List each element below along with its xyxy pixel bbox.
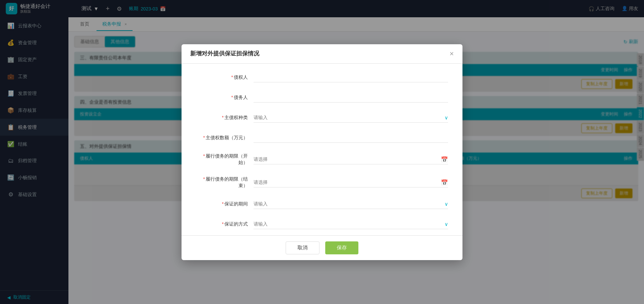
save-button[interactable]: 保存 (325, 241, 358, 254)
form-row-debtor: *债务人 (196, 92, 448, 103)
guarantee-method-select-wrap: ∨ (254, 219, 448, 229)
creditor-label: *债权人 (196, 74, 254, 81)
claim-type-input[interactable] (254, 113, 448, 123)
form-row-period-start: *履行债务的期限（开始） 📅 (196, 153, 448, 166)
form-row-guarantee-period: *保证的期间 ∨ (196, 199, 448, 209)
period-end-label: *履行债务的期限（结束） (196, 176, 254, 189)
cancel-button[interactable]: 取消 (286, 241, 319, 254)
period-end-field: 📅 (254, 177, 448, 187)
claim-type-select-wrap: ∨ (254, 113, 448, 123)
period-start-date-wrap: 📅 (254, 154, 448, 164)
dialog-close-btn[interactable]: × (450, 50, 454, 57)
period-start-input[interactable] (254, 154, 448, 164)
form-row-creditor: *债权人 (196, 72, 448, 82)
guarantee-method-field: ∨ (254, 219, 448, 229)
dialog-footer: 取消 保存 (182, 235, 462, 260)
creditor-input[interactable] (254, 72, 448, 82)
form-row-claim-type: *主债权种类 ∨ (196, 113, 448, 123)
debtor-label: *债务人 (196, 94, 254, 101)
claim-amount-field (254, 133, 448, 143)
period-start-label: *履行债务的期限（开始） (196, 153, 254, 166)
dialog-title: 新增对外提供保证担保情况 (190, 50, 259, 58)
guarantee-method-input[interactable] (254, 219, 448, 229)
dialog-body: *债权人 *债务人 *主债权种类 (182, 64, 462, 235)
dialog-header: 新增对外提供保证担保情况 × (182, 44, 462, 64)
form-row-guarantee-method: *保证的方式 ∨ (196, 219, 448, 229)
dialog: 新增对外提供保证担保情况 × *债权人 *债务人 (182, 44, 462, 260)
claim-amount-label: *主债权数额（万元） (196, 135, 254, 141)
period-end-date-wrap: 📅 (254, 177, 448, 187)
creditor-field (254, 72, 448, 82)
claim-type-label: *主债权种类 (196, 114, 254, 121)
debtor-input[interactable] (254, 92, 448, 103)
period-end-calendar-icon[interactable]: 📅 (441, 179, 448, 186)
claim-type-field: ∨ (254, 113, 448, 123)
guarantee-method-label: *保证的方式 (196, 221, 254, 227)
guarantee-period-input[interactable] (254, 199, 448, 209)
guarantee-period-select-wrap: ∨ (254, 199, 448, 209)
period-start-field: 📅 (254, 154, 448, 164)
debtor-field (254, 92, 448, 103)
form-row-claim-amount: *主债权数额（万元） (196, 133, 448, 143)
modal-overlay: 新增对外提供保证担保情况 × *债权人 *债务人 (0, 0, 644, 304)
period-end-input[interactable] (254, 177, 448, 187)
guarantee-period-label: *保证的期间 (196, 201, 254, 207)
form-row-period-end: *履行债务的期限（结束） 📅 (196, 176, 448, 189)
period-start-calendar-icon[interactable]: 📅 (441, 156, 448, 163)
claim-amount-input[interactable] (254, 133, 448, 143)
guarantee-period-field: ∨ (254, 199, 448, 209)
